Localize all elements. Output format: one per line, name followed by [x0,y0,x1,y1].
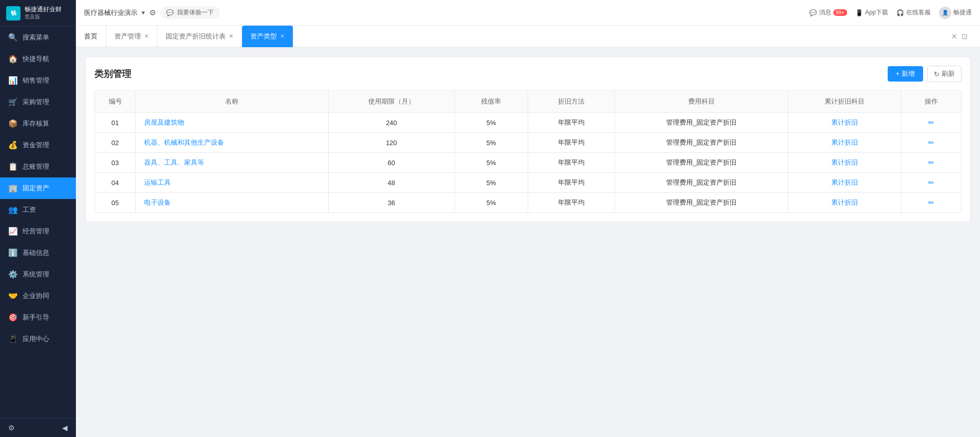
experience-button[interactable]: 💬 我要体验一下 [160,6,220,19]
sidebar-item-basic-info[interactable]: ℹ️基础信息 [0,242,76,264]
inventory-icon: 📦 [8,119,17,128]
edit-icon[interactable]: ✏ [928,138,934,147]
cell-residual: 5% [454,133,528,153]
sidebar-item-operations[interactable]: 📈经营管理 [0,221,76,242]
app-center-icon: 📱 [8,334,17,344]
col-code: 编号 [95,91,136,113]
message-icon: 💬 [809,9,817,16]
tab-asset-mgmt-close[interactable]: ✕ [144,33,149,39]
sidebar-item-enterprise[interactable]: 🤝企业协同 [0,285,76,307]
cell-period: 48 [328,173,454,193]
sidebar-item-inventory[interactable]: 📦库存核算 [0,113,76,134]
cell-method: 年限平均 [528,133,615,153]
sidebar-item-quicknav[interactable]: 🏠快捷导航 [0,48,76,70]
tab-asset-type-close[interactable]: ✕ [280,33,285,39]
table-row: 03 器具、工具、家具等 60 5% 年限平均 管理费用_固定资产折旧 累计折旧… [95,153,962,173]
cell-name[interactable]: 机器、机械和其他生产设备 [136,133,329,153]
tab-depreciation[interactable]: 固定资产折旧统计表 ✕ [157,26,242,47]
window-maximize-icon[interactable]: ⊡ [962,32,968,41]
sales-icon: 📊 [8,76,17,85]
cell-name[interactable]: 电子设备 [136,193,329,213]
sidebar-label-system: 系统管理 [23,270,49,279]
sidebar-label-search: 搜索菜单 [23,33,49,42]
col-expense: 费用科目 [614,91,788,113]
refresh-icon: ↻ [934,70,939,78]
window-minimize-icon[interactable]: ✕ [951,32,957,41]
experience-label: 我要体验一下 [177,8,214,17]
sidebar-label-quicknav: 快捷导航 [23,54,49,64]
refresh-label: 刷新 [942,69,955,78]
cell-action[interactable]: ✏ [901,153,961,173]
tab-depreciation-label: 固定资产折旧统计表 [166,32,226,41]
cell-name[interactable]: 器具、工具、家具等 [136,153,329,173]
cell-method: 年限平均 [528,113,615,133]
app-name: 畅捷通好业财 [25,6,62,14]
tab-home[interactable]: 首页 [84,26,106,47]
sidebar-item-guide[interactable]: 🎯新手引导 [0,307,76,328]
system-icon: ⚙️ [8,270,17,279]
messages-action[interactable]: 💬 消息 99+ [809,8,847,17]
refresh-button[interactable]: ↻ 刷新 [927,66,962,82]
guide-icon: 🎯 [8,313,17,322]
cell-residual: 5% [454,113,528,133]
edit-icon[interactable]: ✏ [928,118,934,127]
cell-name[interactable]: 运输工具 [136,173,329,193]
topbar: 医疗器械行业演示 ▾ ⚙ 💬 我要体验一下 💬 消息 99+ 📱 App下载 🎧… [76,0,980,26]
col-method: 折旧方法 [528,91,615,113]
category-table: 编号 名称 使用期限（月） 残值率 折旧方法 费用科目 累计折旧科目 操作 01… [94,90,962,213]
tab-home-label: 首页 [84,32,97,41]
tab-asset-type[interactable]: 资产类型 ✕ [242,26,293,47]
cell-code: 02 [95,133,136,153]
cell-name[interactable]: 房屋及建筑物 [136,113,329,133]
cell-action[interactable]: ✏ [901,133,961,153]
edit-icon[interactable]: ✏ [928,198,934,207]
cell-accumulated: 累计折旧 [788,133,902,153]
tab-asset-mgmt[interactable]: 资产管理 ✕ [106,26,157,47]
module-settings-icon[interactable]: ⚙ [149,8,156,17]
cell-code: 01 [95,113,136,133]
sidebar-item-search[interactable]: 🔍搜索菜单 [0,27,76,48]
sidebar-label-fixed-assets: 固定资产 [23,184,49,193]
user-action[interactable]: 👤 畅捷通 [939,7,972,19]
cell-action[interactable]: ✏ [901,113,961,133]
sidebar-item-capital[interactable]: 💰资金管理 [0,134,76,156]
sidebar-label-sales: 销售管理 [23,76,49,85]
customer-service-action[interactable]: 🎧 在线客服 [896,8,931,17]
cell-accumulated: 累计折旧 [788,153,902,173]
cell-expense: 管理费用_固定资产折旧 [614,193,788,213]
cell-action[interactable]: ✏ [901,173,961,193]
basic-info-icon: ℹ️ [8,248,17,257]
sidebar-item-purchase[interactable]: 🛒采购管理 [0,91,76,113]
sidebar-label-app-center: 应用中心 [23,334,49,344]
module-dropdown-icon[interactable]: ▾ [142,9,145,16]
search-icon: 🔍 [8,33,17,42]
app-download-action[interactable]: 📱 App下载 [855,8,888,17]
sidebar-item-payroll[interactable]: 👥工资 [0,199,76,221]
tab-depreciation-close[interactable]: ✕ [229,33,233,39]
cell-accumulated: 累计折旧 [788,113,902,133]
enterprise-icon: 🤝 [8,291,17,301]
edit-icon[interactable]: ✏ [928,178,934,187]
tabs-bar: 首页 资产管理 ✕ 固定资产折旧统计表 ✕ 资产类型 ✕ ✕ ⊡ [76,26,980,47]
new-button[interactable]: + 新增 [888,66,923,82]
sidebar-item-app-center[interactable]: 📱应用中心 [0,328,76,350]
cell-expense: 管理费用_固定资产折旧 [614,133,788,153]
cell-method: 年限平均 [528,193,615,213]
page-card: 类别管理 + 新增 ↻ 刷新 编号 名称 使用期限（月） 残值率 [86,57,970,221]
sidebar-item-fixed-assets[interactable]: 🏢固定资产 [0,177,76,199]
sidebar-item-sales[interactable]: 📊销售管理 [0,70,76,91]
sidebar-item-ledger[interactable]: 📋总账管理 [0,156,76,177]
sidebar-item-system[interactable]: ⚙️系统管理 [0,264,76,285]
cell-residual: 5% [454,193,528,213]
sidebar-label-capital: 资金管理 [23,141,49,150]
edit-icon[interactable]: ✏ [928,158,934,167]
collapse-icon[interactable]: ◀ [62,424,68,432]
cell-action[interactable]: ✏ [901,193,961,213]
customer-service-label: 在线客服 [906,8,931,17]
table-row: 04 运输工具 48 5% 年限平均 管理费用_固定资产折旧 累计折旧 ✏ [95,173,962,193]
user-avatar: 👤 [939,7,951,19]
settings-icon[interactable]: ⚙ [8,424,15,432]
cell-period: 120 [328,133,454,153]
logo-icon: 畅 [6,6,21,21]
cell-method: 年限平均 [528,153,615,173]
